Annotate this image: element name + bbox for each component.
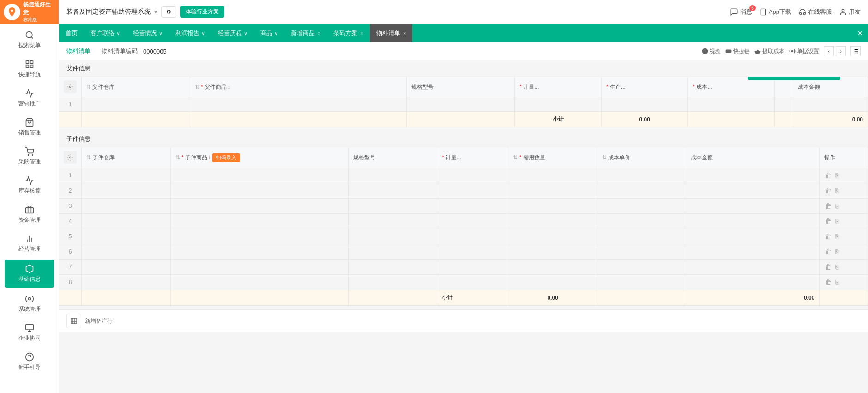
tab-customer[interactable]: 客户联络 ∨	[84, 24, 127, 42]
list-view-btn[interactable]	[850, 46, 861, 56]
online-service-btn[interactable]: 在线客服	[799, 8, 832, 16]
tab-barcode[interactable]: 条码方案 ×	[327, 24, 369, 42]
copy-icon-3[interactable]: ⎘	[835, 202, 839, 210]
sidebar-item-guide[interactable]: 新手引导	[2, 348, 57, 376]
parent-unit-cell[interactable]	[515, 97, 602, 112]
child-table-row: 3 🗑 ⎘	[59, 199, 868, 214]
child-row-1-goods[interactable]	[170, 168, 348, 183]
svg-point-0	[26, 32, 32, 38]
child-row-2-qty[interactable]	[508, 183, 597, 199]
child-row-1-warehouse[interactable]	[82, 168, 171, 183]
copy-icon-8[interactable]: ⎘	[835, 278, 839, 286]
tab-operations[interactable]: 经营情况 ∨	[127, 24, 169, 42]
delete-icon-1[interactable]: 🗑	[825, 172, 832, 179]
child-subtotal-amount: 0.00	[686, 290, 820, 306]
shortcuts-label: 快捷键	[733, 48, 750, 55]
delete-icon-6[interactable]: 🗑	[825, 248, 832, 255]
sidebar-item-finance[interactable]: 资金管理	[2, 200, 57, 229]
nav-close-all[interactable]: ×	[852, 29, 868, 38]
user-menu-btn[interactable]: 用友	[839, 8, 861, 16]
sidebar-item-inventory[interactable]: 库存核算	[2, 171, 57, 200]
parent-spec-cell[interactable]	[406, 97, 515, 112]
single-settings-btn[interactable]: 单据设置	[789, 48, 819, 55]
chevron-down-icon[interactable]: ▾	[154, 8, 157, 15]
tab-history[interactable]: 经营历程 ∨	[211, 24, 254, 42]
add-row-label: 新增备注行	[85, 317, 113, 325]
shortcuts-btn[interactable]: 快捷键	[725, 48, 750, 55]
parent-production-cell[interactable]	[601, 97, 688, 112]
tab-home[interactable]: 首页	[59, 24, 84, 42]
delete-icon-2[interactable]: 🗑	[825, 187, 832, 194]
sidebar-item-enterprise[interactable]: 企业协同	[2, 319, 57, 347]
extract-cost-btn[interactable]: 提取成本	[754, 48, 784, 55]
child-row-3-actions: 🗑 ⎘	[820, 199, 868, 214]
scan-btn[interactable]: 扫码录入	[212, 153, 240, 162]
delete-icon-5[interactable]: 🗑	[825, 233, 832, 240]
parent-warehouse-cell[interactable]	[82, 97, 190, 112]
next-btn[interactable]: ›	[836, 46, 846, 56]
system-title: 装备及固定资产辅助管理系统	[66, 8, 151, 16]
close-bom-icon[interactable]: ×	[403, 30, 406, 36]
tab-profit-label: 利润报告	[175, 29, 199, 37]
tab-new-goods[interactable]: 新增商品 ×	[284, 24, 327, 42]
child-row-2-goods[interactable]	[170, 183, 348, 199]
copy-icon-4[interactable]: ⎘	[835, 218, 839, 225]
child-row-3-warehouse[interactable]	[82, 199, 171, 214]
child-row-2-actions: 🗑 ⎘	[820, 183, 868, 199]
child-row-1-unit-cost[interactable]	[597, 168, 686, 183]
child-row-3-amount	[686, 199, 820, 214]
copy-icon-6[interactable]: ⎘	[835, 248, 839, 255]
child-row-1-spec[interactable]	[348, 168, 437, 183]
copy-icon-2[interactable]: ⎘	[835, 187, 839, 194]
child-row-1-actions: 🗑 ⎘	[820, 168, 868, 183]
child-col-settings-btn[interactable]	[64, 151, 77, 164]
child-row-2-unit[interactable]	[437, 183, 508, 199]
trial-btn[interactable]: 体验行业方案	[180, 6, 224, 18]
app-download-btn[interactable]: App下载	[760, 8, 791, 16]
child-row-2-warehouse[interactable]	[82, 183, 171, 199]
sidebar-item-system[interactable]: 系统管理	[2, 290, 57, 318]
tab-new-goods-label: 新增商品	[291, 29, 315, 37]
child-row-3-unit-cost[interactable]	[597, 199, 686, 214]
sidebar-item-sales[interactable]: 销售管理	[2, 113, 57, 141]
video-btn[interactable]: 视频	[702, 48, 721, 55]
child-row-3-qty[interactable]	[508, 199, 597, 214]
close-new-goods-icon[interactable]: ×	[318, 30, 320, 36]
child-row-3-spec[interactable]	[348, 199, 437, 214]
parent-col-settings-btn[interactable]	[64, 80, 77, 93]
child-col-unit: * 计量...	[437, 147, 508, 168]
copy-icon-5[interactable]: ⎘	[835, 233, 839, 240]
tab-profit[interactable]: 利润报告 ∨	[169, 24, 211, 42]
child-row-2-unit-cost[interactable]	[597, 183, 686, 199]
sidebar-item-quicknav[interactable]: 快捷导航	[2, 55, 57, 83]
child-row-1-unit[interactable]	[437, 168, 508, 183]
child-col-qty: ⇅ * 需用数量	[508, 147, 597, 168]
sidebar-item-operations[interactable]: 经营管理	[2, 230, 57, 258]
tab-goods[interactable]: 商品 ∨	[254, 24, 284, 42]
delete-icon-3[interactable]: 🗑	[825, 202, 832, 210]
delete-icon-8[interactable]: 🗑	[825, 278, 832, 286]
parent-cost-cell[interactable]	[688, 97, 775, 112]
sidebar-item-basic[interactable]: 基础信息	[5, 260, 54, 288]
delete-icon-4[interactable]: 🗑	[825, 218, 832, 225]
prev-btn[interactable]: ‹	[824, 46, 834, 56]
parent-subtotal-label-text: 小计	[553, 116, 564, 122]
child-row-3-goods[interactable]	[170, 199, 348, 214]
delete-icon-7[interactable]: 🗑	[825, 263, 832, 271]
sidebar-item-search[interactable]: 搜索菜单	[2, 26, 57, 54]
sidebar-item-purchase[interactable]: 采购管理	[2, 142, 57, 170]
copy-icon-1[interactable]: ⎘	[835, 172, 839, 179]
child-row-3-unit[interactable]	[437, 199, 508, 214]
svg-point-12	[28, 298, 30, 300]
close-barcode-icon[interactable]: ×	[360, 30, 363, 36]
child-row-1-qty[interactable]	[508, 168, 597, 183]
settings-btn[interactable]: ⚙	[161, 6, 176, 18]
sidebar-item-marketing[interactable]: 营销推广	[2, 84, 57, 112]
sidebar-inventory-label: 库存核算	[18, 187, 41, 195]
parent-goods-cell[interactable]	[190, 97, 406, 112]
child-row-2-spec[interactable]	[348, 183, 437, 199]
tab-bom[interactable]: 物料清单 ×	[370, 24, 412, 42]
add-row-btn[interactable]	[66, 314, 81, 328]
messages-btn[interactable]: 消息 6	[730, 8, 752, 16]
copy-icon-7[interactable]: ⎘	[835, 263, 839, 271]
